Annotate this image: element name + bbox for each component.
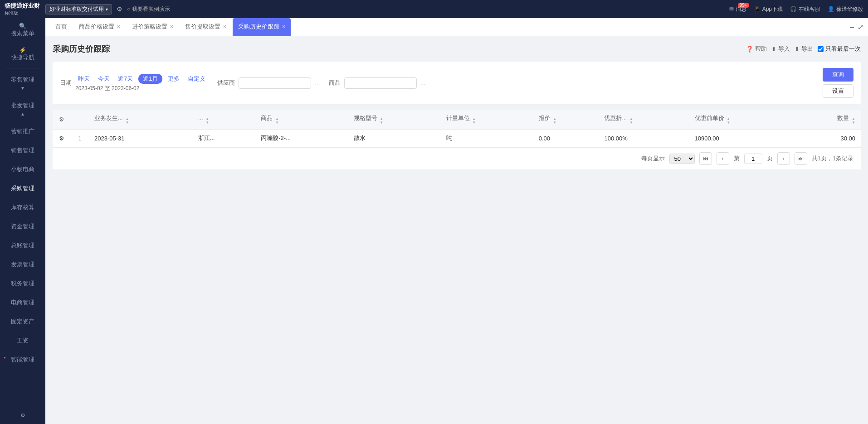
- col-price-header[interactable]: 报价 ▲▼: [533, 110, 599, 130]
- row-settings-icon[interactable]: ⚙: [53, 130, 71, 147]
- import-button[interactable]: ⬆ 导入: [771, 45, 790, 53]
- headset-icon: 🎧: [790, 6, 797, 12]
- query-button[interactable]: 查询: [823, 68, 853, 82]
- col-col3-header[interactable]: ... ▲▼: [193, 110, 256, 130]
- sidebar-settings-button[interactable]: ⚙: [0, 407, 45, 424]
- row-product: 丙嗪酸-2-...: [255, 130, 348, 147]
- maximize-tab-button[interactable]: ⤢: [858, 23, 863, 31]
- chevron-up-icon: ▼: [20, 86, 25, 91]
- date-opt-7days[interactable]: 近7天: [115, 74, 136, 84]
- sidebar-item-marketing[interactable]: 营销推广: [0, 122, 45, 141]
- top-right-actions: ✉ 消息 99+ 📱 App下载 🎧 在线客服 👤 徐泽华修改: [729, 5, 863, 13]
- only-last-checkbox[interactable]: 只看最后一次: [818, 45, 861, 53]
- product-input[interactable]: [344, 77, 417, 89]
- sidebar-item-retail[interactable]: 零售管理 ▼: [0, 70, 45, 96]
- tab-purchase-strategy[interactable]: 进价策略设置 ×: [127, 18, 179, 36]
- sidebar-item-invoice[interactable]: 发票管理: [0, 255, 45, 274]
- close-icon4[interactable]: ×: [282, 24, 285, 30]
- app-download-button[interactable]: 📱 App下载: [754, 5, 783, 13]
- app-download-icon: 📱: [754, 6, 761, 12]
- sidebar-item-smart-management[interactable]: ● 智能管理: [0, 350, 45, 369]
- row-date: 2023-05-31: [89, 130, 193, 147]
- supplier-more-icon[interactable]: ...: [315, 80, 320, 87]
- content-area: 首页 商品价格设置 × 进价策略设置 × 售价提取设置 × 采购历史价跟踪 × …: [45, 18, 868, 424]
- settings-icon: ⚙: [20, 412, 25, 419]
- export-button[interactable]: ⬇ 导出: [795, 45, 813, 53]
- first-page-button[interactable]: ⏮: [699, 152, 712, 165]
- sidebar-item-inventory[interactable]: 库存核算: [0, 198, 45, 217]
- page-input[interactable]: [744, 154, 762, 164]
- top-bar: 畅捷通好业财 标准版 好业财标准版交付试用 ▾ ⚙ ○ 我要看实例演示 ✉ 消息…: [0, 0, 868, 18]
- sort-arrows-date: ▲▼: [125, 117, 129, 125]
- date-range: 2023-05-02 至 2023-06-02: [75, 85, 208, 92]
- import-label: 导入: [778, 45, 790, 53]
- col-unit-header[interactable]: 计量单位 ▲▼: [441, 110, 533, 130]
- col-discount-header[interactable]: 优惠折... ▲▼: [599, 110, 689, 130]
- message-button[interactable]: ✉ 消息 99+: [729, 5, 746, 13]
- main-layout: 🔍 搜索菜单 ⚡ 快捷导航 零售管理 ▼ 批发管理 ▲ 营销推广 销售管理 小畅…: [0, 18, 868, 424]
- gear-icon[interactable]: ⚙: [117, 5, 122, 13]
- next-page-button[interactable]: ›: [777, 152, 790, 165]
- date-label: 日期: [60, 79, 72, 87]
- minimize-tab-button[interactable]: –: [850, 23, 854, 31]
- tab-home[interactable]: 首页: [50, 18, 73, 36]
- sidebar-item-fixed-assets[interactable]: 固定资产: [0, 312, 45, 331]
- col-prediscount-header[interactable]: 优惠前单价 ▲▼: [689, 110, 795, 130]
- message-icon: ✉: [729, 6, 734, 12]
- col-settings-header[interactable]: ⚙: [53, 110, 71, 130]
- sort-arrows-unit: ▲▼: [472, 117, 476, 125]
- supplier-filter: 供应商 ...: [217, 77, 320, 89]
- online-service-button[interactable]: 🎧 在线客服: [790, 5, 820, 13]
- close-icon[interactable]: ×: [117, 24, 120, 30]
- version-selector[interactable]: 好业财标准版交付试用 ▾: [45, 4, 112, 14]
- col-spec-header[interactable]: 规格型号 ▲▼: [348, 110, 441, 130]
- per-page-select[interactable]: 20 50 100: [669, 154, 695, 164]
- sidebar-item-tax[interactable]: 税务管理: [0, 274, 45, 293]
- prev-page-button[interactable]: ‹: [717, 152, 729, 165]
- date-opt-more[interactable]: 更多: [165, 74, 182, 84]
- supplier-input[interactable]: [239, 77, 311, 89]
- sidebar-item-salary[interactable]: 工资: [0, 331, 45, 350]
- row-spec: 散水: [348, 130, 441, 147]
- sidebar-item-sales[interactable]: 销售管理: [0, 141, 45, 160]
- sidebar-item-ecommerce[interactable]: 电商管理: [0, 293, 45, 312]
- col-date-header[interactable]: 业务发生... ▲▼: [89, 110, 193, 130]
- tab-purchase-history[interactable]: 采购历史价跟踪 ×: [233, 18, 291, 36]
- sidebar-item-quicknav[interactable]: ⚡ 快捷导航: [0, 42, 45, 66]
- demo-button[interactable]: ○ 我要看实例演示: [127, 5, 170, 13]
- smart-management-label: 智能管理: [11, 356, 34, 364]
- sidebar-item-ledger[interactable]: 总账管理: [0, 236, 45, 255]
- product-more-icon[interactable]: ...: [420, 80, 425, 87]
- col-product-header[interactable]: 商品 ▲▼: [255, 110, 348, 130]
- tab-sale-price-label: 售价提取设置: [185, 23, 220, 31]
- only-last-input[interactable]: [818, 46, 824, 52]
- sidebar-item-finance[interactable]: 资金管理: [0, 217, 45, 236]
- settings-button[interactable]: 设置: [823, 84, 853, 98]
- date-opt-yesterday[interactable]: 昨天: [75, 74, 93, 84]
- sidebar-item-ecommerce-small[interactable]: 小畅电商: [0, 160, 45, 179]
- sidebar-item-search[interactable]: 🔍 搜索菜单: [0, 18, 45, 42]
- date-opt-custom[interactable]: 自定义: [185, 74, 208, 84]
- row-unit: 吨: [441, 130, 533, 147]
- product-label: 商品: [329, 79, 341, 87]
- tax-label: 税务管理: [11, 279, 34, 288]
- row-prediscount-price: 10900.00: [689, 130, 795, 147]
- col-quantity-header[interactable]: 数量 ▲▼: [795, 110, 861, 130]
- close-icon3[interactable]: ×: [223, 24, 226, 30]
- user-menu-button[interactable]: 👤 徐泽华修改: [828, 5, 863, 13]
- help-button[interactable]: ❓ 帮助: [746, 45, 767, 53]
- only-last-label: 只看最后一次: [825, 45, 861, 53]
- close-icon2[interactable]: ×: [170, 24, 173, 30]
- pagination-bar: 每页显示 20 50 100 ⏮ ‹ 第 页 › ⏭ 共1页，1条记录: [53, 147, 861, 169]
- sidebar-item-purchase[interactable]: 采购管理: [0, 179, 45, 198]
- chevron-down-icon: ▾: [106, 7, 108, 12]
- date-opt-today[interactable]: 今天: [95, 74, 112, 84]
- last-page-button[interactable]: ⏭: [795, 152, 807, 165]
- sidebar-item-wholesale[interactable]: 批发管理 ▲: [0, 96, 45, 122]
- sort-arrows-col3: ▲▼: [205, 117, 209, 125]
- finance-label: 资金管理: [11, 222, 34, 231]
- tab-product-price[interactable]: 商品价格设置 ×: [73, 18, 126, 36]
- date-opt-1month[interactable]: 近1月: [138, 74, 162, 84]
- app-main-title: 畅捷通好业财: [5, 2, 41, 10]
- tab-sale-price[interactable]: 售价提取设置 ×: [180, 18, 232, 36]
